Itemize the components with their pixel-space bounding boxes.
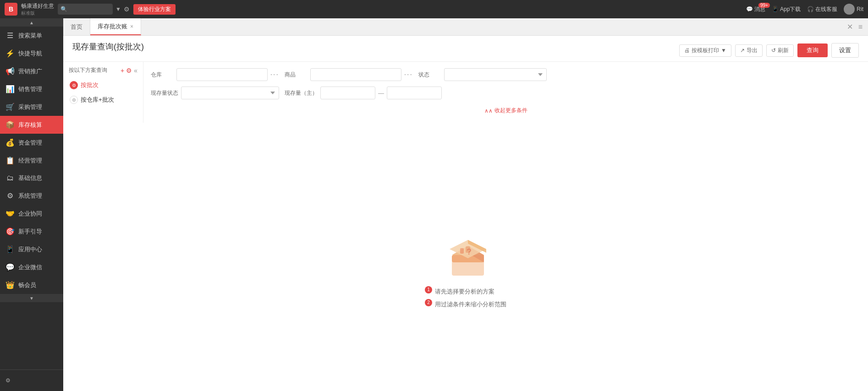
sidebar-item-member[interactable]: 👑 畅会员 [0,276,63,294]
newbie-icon: 🎯 [5,227,15,236]
sidebar-label-purchase: 采购管理 [18,103,42,111]
step-2-text: 用过滤条件来缩小分析范围 [435,299,506,310]
sidebar-label-search: 搜索菜单 [18,32,42,40]
print-button[interactable]: 🖨 按模板打印 ▼ [679,44,731,57]
sidebar-item-marketing[interactable]: 📢 营销推广 [0,62,63,80]
app-company: 畅康通好生意 [21,2,54,10]
sidebar-item-inventory[interactable]: 📦 库存核算 [0,116,63,134]
filter-sidebar-collapse-icon[interactable]: « [134,67,137,74]
filter-option-by-warehouse-batch[interactable]: ⚙ 按仓库+批次 [63,92,143,107]
operations-icon: 📋 [5,156,15,165]
top-nav: 🔍 ▼ ⚙ [58,4,130,15]
sidebar-item-enterprise[interactable]: 🤝 企业协同 [0,205,63,223]
empty-step-2: 2 用过滤条件来缩小分析范围 [425,299,506,310]
product-more-icon[interactable]: ··· [404,71,413,79]
sidebar-scroll-up[interactable]: ▲ [0,18,63,27]
messages-section[interactable]: 💬 消息 99+ [746,5,765,13]
tab-inventory-batch[interactable]: 库存批次账 × [90,18,141,35]
avatar [844,4,855,15]
inventory-qty-label: 现存量（主） [285,89,318,97]
content-area: 首页 库存批次账 × ✕ ≡ 现存量查询(按批次) 🖨 按模板打印 ▼ [63,18,868,391]
filter-sidebar-title: 按以下方案查询 [69,66,107,74]
tab-bar-close-button[interactable]: ✕ [845,22,855,32]
inventory-batch-tab-label: 库存批次账 [98,22,127,31]
settings-icon[interactable]: ⚙ [124,5,130,13]
online-service[interactable]: 🎧 在线客服 [807,5,837,13]
filter-field-warehouse: 仓库 ··· [151,68,279,81]
sidebar-item-purchase[interactable]: 🛒 采购管理 [0,98,63,116]
filter-field-status: 状态 全部 在库 出库 [418,68,547,81]
sales-icon: 📊 [5,85,15,93]
empty-illustration: ? [438,230,493,276]
tab-close-icon[interactable]: × [130,23,133,30]
sidebar-label-operations: 经营管理 [18,157,42,165]
export-button[interactable]: ↗ 导出 [735,44,763,57]
filter-row-1: 仓库 ··· 商品 ··· 状态 [151,68,861,81]
shortcut-icon: ⚡ [5,49,15,58]
marketing-icon: 📢 [5,67,15,76]
status-select[interactable]: 全部 在库 出库 [444,68,547,81]
sidebar-item-operations[interactable]: 📋 经营管理 [0,152,63,169]
settings-bottom-icon: ⚙ [5,377,11,384]
sidebar-item-newbie[interactable]: 🎯 新手引导 [0,223,63,240]
product-input[interactable] [310,68,401,81]
sidebar-item-shortcut[interactable]: ⚡ 快捷导航 [0,44,63,62]
svg-rect-6 [460,248,464,254]
sidebar-item-finance[interactable]: 💰 资金管理 [0,134,63,152]
trial-industry-button[interactable]: 体验行业方案 [133,4,176,15]
step-2-num: 2 [425,299,432,306]
sidebar-label-marketing: 营销推广 [18,67,42,76]
empty-state: ? 1 请先选择要分析的方案 2 用过滤条件来缩小分析范围 [63,123,868,391]
main-layout: ▲ ☰ 搜索菜单 ⚡ 快捷导航 📢 营销推广 📊 销售管理 🛒 采购管理 📦 库… [0,18,868,391]
sidebar-item-search[interactable]: ☰ 搜索菜单 [0,27,63,44]
sidebar-item-system[interactable]: ⚙ 系统管理 [0,187,63,205]
app-edition: 标准版 [21,10,54,16]
collapse-button[interactable]: ∧∧ 收起更多条件 [484,105,527,116]
sidebar-item-basic[interactable]: 🗂 基础信息 [0,169,63,187]
status-label: 状态 [418,71,441,79]
filter-add-icon[interactable]: + [121,67,124,74]
dropdown-icon[interactable]: ▼ [115,6,121,12]
app-download[interactable]: 📱 App下载 [772,5,801,13]
inventory-status-label: 现存量状态 [151,89,178,97]
refresh-button[interactable]: ↺ 刷新 [766,44,794,57]
filter-warehouse-batch-label: 按仓库+批次 [81,96,114,104]
page-actions: 🖨 按模板打印 ▼ ↗ 导出 ↺ 刷新 查询 设置 [72,43,859,58]
print-dropdown-icon[interactable]: ▼ [721,47,726,54]
sidebar-item-wechat[interactable]: 💬 企业微信 [0,258,63,276]
sidebar-bottom: ⚙ [0,369,63,391]
sidebar-scroll-down[interactable]: ▼ [0,294,63,302]
settings-button[interactable]: 设置 [831,43,859,58]
home-tab-label: 首页 [71,23,82,31]
warehouse-label: 仓库 [151,71,174,79]
filter-option-by-batch[interactable]: ⚙ 按批次 [63,78,143,92]
empty-text: 1 请先选择要分析的方案 2 用过滤条件来缩小分析范围 [425,285,506,311]
inventory-qty-max-input[interactable] [387,87,442,99]
online-service-label: 在线客服 [815,5,837,13]
filter-field-product: 商品 ··· [285,68,413,81]
sidebar-item-sales[interactable]: 📊 销售管理 [0,80,63,98]
top-search-bar[interactable]: 🔍 [58,4,113,15]
app-logo: B [5,3,17,16]
filter-field-inventory-qty: 现存量（主） — [285,87,442,99]
inventory-qty-min-input[interactable] [320,87,375,99]
query-button[interactable]: 查询 [797,43,828,57]
refresh-icon: ↺ [771,47,776,54]
sidebar-bottom-settings[interactable]: ⚙ [0,374,63,387]
export-icon: ↗ [740,47,745,54]
sidebar-item-apps[interactable]: 📱 应用中心 [0,240,63,258]
warehouse-input[interactable] [176,68,268,81]
apps-icon: 📱 [5,245,15,254]
inventory-status-select[interactable]: 全部 有库存 无库存 [181,87,279,99]
user-section[interactable]: Rit [844,4,863,15]
product-label: 商品 [285,71,308,79]
filter-settings-icon[interactable]: ⚙ [126,67,132,74]
filter-sidebar-header: 按以下方案查询 + ⚙ « [63,66,143,78]
app-info: 畅康通好生意 标准版 [21,2,54,16]
tab-home[interactable]: 首页 [63,18,90,35]
top-bar: B 畅康通好生意 标准版 🔍 ▼ ⚙ 体验行业方案 💬 消息 99+ 📱 App… [0,0,868,18]
inventory-icon: 📦 [5,120,15,129]
warehouse-more-icon[interactable]: ··· [270,71,279,79]
tab-bar-menu-icon[interactable]: ≡ [857,22,864,32]
filter-batch-icon: ⚙ [70,81,78,89]
